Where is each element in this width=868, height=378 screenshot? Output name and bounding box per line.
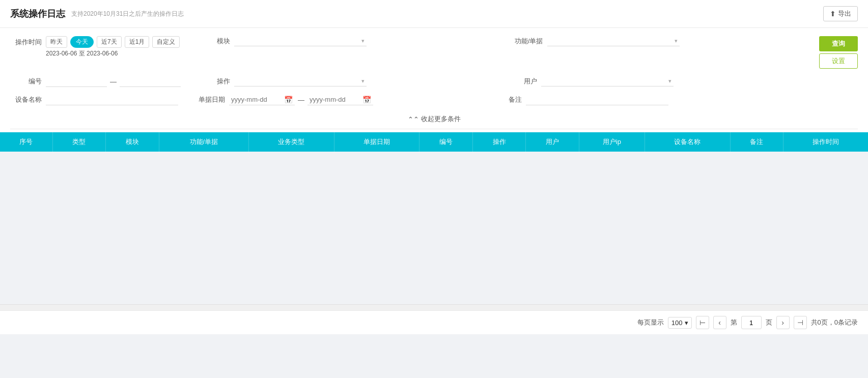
collapse-label: 收起更多条件 bbox=[421, 114, 461, 124]
pagination-bar: 每页显示 100 ▾ ⊢ ‹ 第 页 › ⊣ 共0页，0条记录 bbox=[0, 310, 868, 334]
date-dash: — bbox=[295, 96, 307, 104]
table-column-header: 编号 bbox=[419, 132, 472, 152]
table-column-header: 操作 bbox=[472, 132, 525, 152]
settings-button[interactable]: 设置 bbox=[819, 53, 858, 69]
operation-time-label: 操作时间 bbox=[10, 38, 46, 47]
today-btn[interactable]: 今天 bbox=[70, 36, 94, 48]
user-label: 用户 bbox=[506, 77, 541, 86]
page-suffix: 页 bbox=[766, 318, 772, 327]
user-select[interactable]: ▾ bbox=[541, 76, 674, 86]
last1month-btn[interactable]: 近1月 bbox=[125, 36, 150, 48]
chevron-down-icon-4: ▾ bbox=[668, 78, 671, 84]
time-buttons: 昨天 今天 近7天 近1月 自定义 bbox=[46, 36, 180, 48]
collapse-bar: ⌃⌃ 收起更多条件 bbox=[10, 112, 858, 129]
number-input-end[interactable] bbox=[120, 76, 181, 87]
device-filter-block: 设备名称 bbox=[10, 94, 183, 105]
chevron-down-icon: ▾ bbox=[361, 38, 365, 44]
date-end-input[interactable] bbox=[310, 96, 360, 103]
function-select[interactable]: ▾ bbox=[547, 36, 680, 46]
remark-label: 备注 bbox=[506, 95, 526, 104]
per-page-arrow: ▾ bbox=[685, 319, 688, 327]
table-column-header: 备注 bbox=[730, 132, 783, 152]
yesterday-btn[interactable]: 昨天 bbox=[46, 36, 67, 48]
operation-filter-label: 操作 bbox=[199, 77, 234, 86]
table-column-header: 序号 bbox=[0, 132, 52, 152]
last-page-button[interactable]: ⊣ bbox=[794, 316, 807, 329]
voucher-date-filter-block: 单据日期 📅 — 📅 bbox=[199, 95, 490, 105]
title-group: 系统操作日志 支持2020年10月31日之后产生的操作日志 bbox=[10, 8, 184, 20]
date-end-wrap: 📅 bbox=[307, 95, 373, 105]
filter-row-2: 编号 — 操作 ▾ 用户 ▾ bbox=[10, 76, 858, 87]
operation-filter-block: 操作 ▾ bbox=[199, 76, 490, 86]
calendar-icon-1[interactable]: 📅 bbox=[284, 96, 293, 104]
filter-row-3: 设备名称 单据日期 📅 — 📅 备注 bbox=[10, 94, 858, 105]
function-label: 功能/单据 bbox=[512, 37, 547, 46]
page-number-input[interactable] bbox=[741, 316, 762, 329]
page-prefix: 第 bbox=[731, 318, 737, 327]
table-column-header: 类型 bbox=[52, 132, 105, 152]
table-column-header: 模块 bbox=[106, 132, 159, 152]
number-dash: — bbox=[107, 78, 120, 85]
table-column-header: 用户ip bbox=[579, 132, 645, 152]
filter-area: 操作时间 昨天 今天 近7天 近1月 自定义 2023-06-06 至 2023… bbox=[0, 28, 868, 132]
data-table: 序号类型模块功能/单据业务类型单据日期编号操作用户用户ip设备名称备注操作时间 bbox=[0, 132, 868, 152]
page-title: 系统操作日志 bbox=[10, 8, 65, 20]
page-subtitle: 支持2020年10月31日之后产生的操作日志 bbox=[71, 10, 184, 18]
date-range-text: 2023-06-06 至 2023-06-06 bbox=[46, 50, 118, 57]
per-page-label: 每页显示 bbox=[637, 318, 664, 327]
time-filter-block: 操作时间 昨天 今天 近7天 近1月 自定义 2023-06-06 至 2023… bbox=[10, 36, 183, 58]
voucher-date-label: 单据日期 bbox=[199, 95, 229, 104]
horizontal-scrollbar[interactable] bbox=[0, 304, 868, 310]
table-column-header: 操作时间 bbox=[783, 132, 868, 152]
filter-row-1: 操作时间 昨天 今天 近7天 近1月 自定义 2023-06-06 至 2023… bbox=[10, 36, 858, 69]
per-page-value: 100 bbox=[671, 319, 683, 327]
device-label: 设备名称 bbox=[10, 95, 46, 104]
remark-filter-block: 备注 bbox=[506, 94, 797, 105]
operation-select[interactable]: ▾ bbox=[234, 76, 367, 86]
module-label: 模块 bbox=[199, 37, 234, 46]
custom-btn[interactable]: 自定义 bbox=[152, 36, 180, 48]
number-filter-block: 编号 — bbox=[10, 76, 183, 87]
prev-page-button[interactable]: ‹ bbox=[713, 316, 726, 329]
chevron-down-icon-3: ▾ bbox=[361, 78, 365, 84]
first-page-button[interactable]: ⊢ bbox=[696, 316, 709, 329]
module-select[interactable]: ▾ bbox=[234, 36, 367, 46]
date-start-wrap: 📅 bbox=[229, 95, 295, 105]
export-button[interactable]: ⬆ 导出 bbox=[823, 6, 858, 21]
collapse-button[interactable]: ⌃⌃ 收起更多条件 bbox=[408, 114, 461, 124]
table-column-header: 功能/单据 bbox=[159, 132, 248, 152]
export-icon: ⬆ bbox=[830, 10, 836, 18]
table-container: 序号类型模块功能/单据业务类型单据日期编号操作用户用户ip设备名称备注操作时间 bbox=[0, 132, 868, 152]
function-filter-block: 功能/单据 ▾ bbox=[512, 36, 809, 46]
total-label: 共0页，0条记录 bbox=[811, 318, 858, 327]
date-range-display: 2023-06-06 至 2023-06-06 bbox=[46, 49, 118, 58]
next-page-button[interactable]: › bbox=[776, 316, 790, 329]
user-filter-block: 用户 ▾ bbox=[506, 76, 797, 86]
date-start-input[interactable] bbox=[231, 96, 282, 103]
calendar-icon-2[interactable]: 📅 bbox=[362, 96, 371, 104]
module-filter-block: 模块 ▾ bbox=[199, 36, 496, 46]
number-input-start[interactable] bbox=[46, 76, 107, 87]
page-header: 系统操作日志 支持2020年10月31日之后产生的操作日志 ⬆ 导出 bbox=[0, 0, 868, 28]
query-button[interactable]: 查询 bbox=[819, 36, 858, 51]
collapse-icon: ⌃⌃ bbox=[408, 115, 419, 123]
last7days-btn[interactable]: 近7天 bbox=[97, 36, 122, 48]
per-page-select[interactable]: 100 ▾ bbox=[668, 317, 692, 329]
table-header: 序号类型模块功能/单据业务类型单据日期编号操作用户用户ip设备名称备注操作时间 bbox=[0, 132, 868, 152]
action-buttons: 查询 设置 bbox=[819, 36, 858, 69]
table-column-header: 业务类型 bbox=[249, 132, 334, 152]
scrollbar-inner bbox=[0, 305, 868, 305]
table-column-header: 单据日期 bbox=[334, 132, 419, 152]
chevron-down-icon-2: ▾ bbox=[675, 38, 678, 44]
table-column-header: 用户 bbox=[526, 132, 579, 152]
table-header-row: 序号类型模块功能/单据业务类型单据日期编号操作用户用户ip设备名称备注操作时间 bbox=[0, 132, 868, 152]
table-column-header: 设备名称 bbox=[645, 132, 730, 152]
time-filter-top: 操作时间 昨天 今天 近7天 近1月 自定义 bbox=[10, 36, 180, 48]
remark-input[interactable] bbox=[526, 94, 668, 105]
no-data-area bbox=[0, 152, 868, 304]
number-label: 编号 bbox=[10, 77, 46, 86]
export-label: 导出 bbox=[838, 9, 851, 18]
device-input[interactable] bbox=[46, 94, 178, 105]
